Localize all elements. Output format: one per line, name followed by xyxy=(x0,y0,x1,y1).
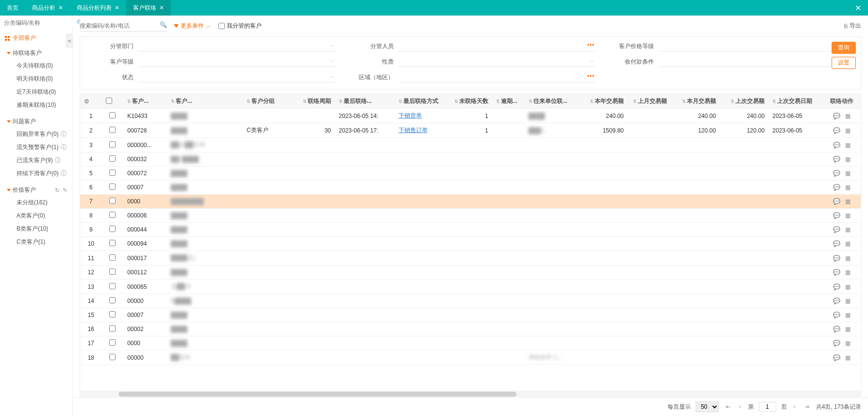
tab-商品分析[interactable]: 商品分析✕ xyxy=(25,0,70,16)
select-all-checkbox[interactable] xyxy=(106,98,112,104)
row-checkbox[interactable] xyxy=(109,112,116,118)
my-customers-checkbox[interactable]: 我分管的客户 xyxy=(218,22,262,30)
tree-root[interactable]: 全部客户 xyxy=(0,31,72,45)
table-row[interactable]: 13000065乡██诗💬▦ xyxy=(80,280,861,294)
contact-action-icon[interactable]: 💬 xyxy=(833,113,840,119)
sort-icon[interactable]: ⇅ xyxy=(303,99,307,104)
sort-icon[interactable]: ⇅ xyxy=(529,99,533,104)
query-button[interactable]: 查询 xyxy=(832,42,856,54)
table-row[interactable]: 1400000B████💬▦ xyxy=(80,294,861,308)
table-row[interactable]: 1K10433████2023-06-05 14:下销货单1████240.00… xyxy=(80,109,861,123)
more-action-icon[interactable]: ▦ xyxy=(845,198,851,205)
search-icon[interactable]: 🔍 xyxy=(160,21,167,28)
column-header[interactable]: ⇅本月交易额 xyxy=(671,94,720,109)
column-header[interactable]: ⇅上次交易日期 xyxy=(768,94,823,109)
chevron-down-icon[interactable]: ﹀ xyxy=(329,74,334,81)
sort-icon[interactable]: ⇅ xyxy=(171,99,175,104)
help-icon[interactable]: ⓘ xyxy=(61,130,67,138)
contact-action-icon[interactable]: 💬 xyxy=(833,170,840,177)
tree-item[interactable]: 已流失客户(9) ⓘ xyxy=(0,154,72,167)
column-header[interactable]: ⇅客户... xyxy=(123,94,167,109)
table-row[interactable]: 2000728████C类客户302023-06-05 17:下销售订单1███… xyxy=(80,123,861,138)
row-checkbox[interactable] xyxy=(109,283,116,289)
contact-action-icon[interactable]: 💬 xyxy=(833,326,840,333)
horizontal-scrollbar[interactable] xyxy=(80,391,861,397)
export-button[interactable]: ⎘ 导出 xyxy=(844,22,861,30)
column-header[interactable]: ⇅逾期... xyxy=(492,94,525,109)
more-action-icon[interactable]: ▦ xyxy=(845,283,851,290)
tree-item[interactable]: 回购异常客户(0) ⓘ xyxy=(0,128,72,141)
table-row[interactable]: 9000044████💬▦ xyxy=(80,223,861,237)
tree-item[interactable]: 今天待联络(0) xyxy=(0,59,72,72)
sort-icon[interactable]: ⇅ xyxy=(454,99,458,104)
more-action-icon[interactable]: ▦ xyxy=(845,240,851,247)
filter-input-性质[interactable]: ﹀ xyxy=(399,56,596,67)
pager-prev-icon[interactable]: ‹ xyxy=(737,403,743,410)
sort-icon[interactable]: ⇅ xyxy=(399,99,402,104)
chevron-down-icon[interactable]: ﹀ xyxy=(589,58,595,66)
sort-icon[interactable]: ⇅ xyxy=(339,99,343,104)
contact-action-icon[interactable]: 💬 xyxy=(833,269,840,276)
edit-icon[interactable]: ✎ xyxy=(63,187,67,194)
contact-action-icon[interactable]: 💬 xyxy=(833,198,840,205)
contact-action-icon[interactable]: 💬 xyxy=(833,212,840,219)
column-header[interactable]: ⇅客户分组 xyxy=(243,94,292,109)
settings-button[interactable]: 设置 xyxy=(832,57,856,69)
contact-action-icon[interactable]: 💬 xyxy=(833,127,840,134)
more-action-icon[interactable]: ▦ xyxy=(845,156,851,163)
filter-input-客户价格等级[interactable]: ﹀ xyxy=(659,41,856,51)
table-row[interactable]: 11000017████店)💬▦ xyxy=(80,251,861,266)
sidebar-collapse-handle[interactable]: « xyxy=(66,34,73,48)
more-action-icon[interactable]: ▦ xyxy=(845,170,851,177)
more-action-icon[interactable]: ▦ xyxy=(845,113,851,119)
row-checkbox[interactable] xyxy=(109,212,116,218)
more-action-icon[interactable]: ▦ xyxy=(845,142,851,149)
tree-item[interactable]: 流失预警客户(1) ⓘ xyxy=(0,141,72,154)
row-checkbox[interactable] xyxy=(109,183,116,190)
column-header[interactable]: ⇅上月交易额 xyxy=(628,94,671,109)
row-checkbox[interactable] xyxy=(109,155,116,162)
table-row[interactable]: 70000████████💬▦ xyxy=(80,195,861,209)
help-icon[interactable]: ⓘ xyxy=(61,169,67,178)
contact-action-icon[interactable]: 💬 xyxy=(833,312,840,318)
sort-icon[interactable]: ⇅ xyxy=(590,99,594,104)
contact-action-icon[interactable]: 💬 xyxy=(833,340,840,347)
pager-first-icon[interactable]: ⇤ xyxy=(724,403,733,410)
tree-group-待联络客户[interactable]: 待联络客户 xyxy=(0,47,72,59)
sort-icon[interactable]: ⇅ xyxy=(633,99,637,104)
column-header[interactable]: ⚙ xyxy=(80,94,102,109)
more-action-icon[interactable]: ▦ xyxy=(845,212,851,219)
column-header[interactable]: ⇅联络周期 xyxy=(291,94,334,109)
row-checkbox[interactable] xyxy=(109,354,116,360)
last-contact-link[interactable]: 下销货单 xyxy=(399,112,422,119)
contact-action-icon[interactable]: 💬 xyxy=(833,240,840,247)
row-checkbox[interactable] xyxy=(109,141,116,148)
column-header[interactable]: ⇅客户... xyxy=(167,94,243,109)
tree-item[interactable]: 未分组(162) xyxy=(0,196,72,209)
more-action-icon[interactable]: ▦ xyxy=(845,255,851,262)
tab-首页[interactable]: 首页 xyxy=(0,0,25,16)
help-icon[interactable]: ⓘ xyxy=(61,143,67,151)
table-row[interactable]: 3000000...██生██乾坤💬▦ xyxy=(80,138,861,152)
chevron-down-icon[interactable]: ﹀ xyxy=(329,43,334,50)
row-checkbox[interactable] xyxy=(109,297,116,303)
table-row[interactable]: 170000████💬▦ xyxy=(80,336,861,350)
pager-last-icon[interactable]: ⇥ xyxy=(802,403,811,410)
column-header[interactable]: ⇅上次交易额 xyxy=(720,94,769,109)
sort-icon[interactable]: ⇅ xyxy=(772,99,776,104)
tree-item[interactable]: 逾期未联络(10) xyxy=(0,99,72,112)
row-checkbox[interactable] xyxy=(109,226,116,232)
more-action-icon[interactable]: ▦ xyxy=(845,127,851,134)
tree-item[interactable]: C类客户(1) xyxy=(0,235,72,249)
tree-item[interactable]: 持续下滑客户(0) ⓘ xyxy=(0,167,72,180)
contact-action-icon[interactable]: 💬 xyxy=(833,283,840,290)
table-row[interactable]: 12000112████💬▦ xyxy=(80,266,861,280)
search-input[interactable] xyxy=(80,20,167,32)
contact-action-icon[interactable]: 💬 xyxy=(833,354,840,361)
row-checkbox[interactable] xyxy=(109,268,116,275)
table-row[interactable]: 1600002████💬▦ xyxy=(80,322,861,336)
row-checkbox[interactable] xyxy=(109,254,116,261)
filter-input-分管部门[interactable]: ﹀ xyxy=(138,41,335,51)
more-icon[interactable]: ••• xyxy=(587,73,595,80)
more-conditions-toggle[interactable]: 更多条件 ︿ xyxy=(174,22,212,30)
